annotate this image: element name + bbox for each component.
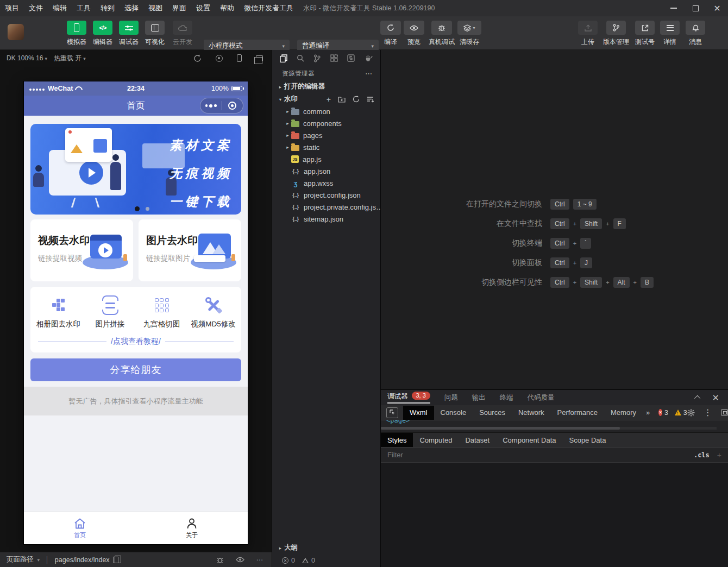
inspect-element-button[interactable] [386, 407, 398, 418]
hot-reload-select[interactable]: 热重载 开▾ [54, 54, 86, 63]
tree-item-folder[interactable]: ▸pages [272, 129, 380, 141]
tab-output[interactable]: 输出 [472, 393, 486, 402]
close-button[interactable]: ✕ [706, 0, 728, 16]
tree-item-file[interactable]: {..}app.json [272, 165, 380, 177]
record-icon[interactable] [216, 55, 223, 62]
styles-tab-scope-data[interactable]: Scope Data [562, 433, 612, 447]
menu-tools[interactable]: 工具 [72, 0, 96, 16]
warning-count-icon[interactable] [675, 410, 681, 415]
problems-summary[interactable]: ✕ 0 0 [272, 554, 381, 567]
tab-terminal[interactable]: 终端 [500, 393, 513, 402]
menu-view[interactable]: 视图 [143, 0, 167, 16]
tree-item-folder[interactable]: ▸static [272, 141, 380, 153]
collapse-all-icon[interactable] [367, 96, 374, 103]
tree-item-folder[interactable]: ▸common [272, 105, 380, 117]
tab-code-quality[interactable]: 代码质量 [528, 393, 555, 402]
tree-item-file[interactable]: JSapp.js [272, 153, 380, 165]
page-path-select[interactable]: 页面路径 ▾ [7, 555, 40, 564]
menu-settings[interactable]: 设置 [191, 0, 215, 16]
new-file-icon[interactable]: + [327, 95, 331, 104]
tutorial-link[interactable]: /点我查看教程/ [38, 337, 234, 346]
close-panel-icon[interactable]: ✕ [712, 393, 719, 403]
styles-tab-component-data[interactable]: Component Data [496, 433, 562, 447]
tab-debugger[interactable]: 调试器3, 3 [387, 392, 430, 404]
devtools-tab-console[interactable]: Console [434, 406, 473, 420]
kebab-menu-icon[interactable]: ⋮ [704, 407, 712, 418]
styles-tab-styles[interactable]: Styles [381, 433, 413, 447]
toggle-class-button[interactable]: .cls [694, 451, 710, 459]
share-button[interactable]: 分享给朋友 [30, 358, 241, 381]
horizontal-scrollbar[interactable] [381, 427, 717, 430]
video-md5-tool[interactable]: 视频MD5修改 [187, 295, 239, 329]
menu-file[interactable]: 文件 [24, 0, 48, 16]
tab-about[interactable]: 关于 [136, 512, 248, 544]
video-watermark-card[interactable]: 视频去水印 链接提取视频 [30, 219, 133, 281]
teapot-icon[interactable] [364, 55, 373, 62]
add-style-icon[interactable]: + [717, 451, 721, 459]
maximize-button[interactable] [685, 0, 706, 16]
menu-help[interactable]: 帮助 [215, 0, 239, 16]
remote-debug-button[interactable]: 真机调试 [427, 21, 456, 47]
device-select[interactable]: DK 100% 16▾ [7, 54, 47, 62]
source-control-icon[interactable] [313, 54, 321, 62]
open-editors-section[interactable]: ▸ 打开的编辑器 [272, 80, 380, 93]
upload-button[interactable]: 上传 [576, 21, 600, 47]
tab-problems[interactable]: 问题 [444, 393, 458, 402]
search-icon[interactable] [297, 54, 304, 62]
new-folder-icon[interactable] [338, 96, 346, 103]
tree-item-file[interactable]: ʒapp.wxss [272, 177, 380, 189]
styles-tab-computed[interactable]: Computed [413, 433, 459, 447]
outline-section[interactable]: ▸ 大纲 [272, 541, 381, 554]
tree-item-folder[interactable]: ▸components [272, 117, 380, 129]
minimize-button[interactable] [663, 0, 685, 16]
menu-select[interactable]: 选择 [120, 0, 143, 16]
version-control-button[interactable]: 版本管理 [601, 21, 631, 47]
project-root-section[interactable]: ▾ 水印 + [272, 93, 380, 105]
menu-edit[interactable]: 编辑 [48, 0, 72, 16]
menu-wechat-devtools[interactable]: 微信开发者工具 [239, 0, 298, 16]
styles-tab-dataset[interactable]: Dataset [459, 433, 496, 447]
filter-input[interactable]: Filter [387, 451, 403, 459]
menu-goto[interactable]: 转到 [96, 0, 120, 16]
more-menu-button[interactable] [200, 104, 222, 108]
album-watermark-tool[interactable]: 相册图去水印 [33, 295, 84, 329]
gear-icon[interactable] [687, 409, 695, 417]
error-count-icon[interactable]: ✕ [658, 409, 662, 416]
simulator-toggle[interactable]: 模拟器 [64, 21, 90, 47]
explorer-more-icon[interactable]: ⋯ [365, 70, 373, 78]
eye-icon[interactable] [236, 557, 244, 563]
dom-node-page[interactable]: <page> [386, 420, 410, 424]
cloud-dev-toggle[interactable]: 云开发 [170, 21, 196, 47]
preview-button[interactable]: 预览 [403, 21, 425, 47]
restart-icon[interactable] [193, 54, 202, 62]
device-frame-icon[interactable] [237, 54, 242, 62]
extensions-icon[interactable] [330, 54, 338, 62]
details-button[interactable]: 详情 [658, 21, 681, 47]
files-icon[interactable] [280, 54, 287, 62]
minimize-miniapp-button[interactable] [222, 102, 243, 110]
image-watermark-card[interactable]: 图片去水印 链接提取图片 [139, 219, 241, 281]
nine-grid-tool[interactable]: 九宫格切图 [136, 295, 187, 329]
tree-item-file[interactable]: {..}sitemap.json [272, 213, 380, 225]
devtools-tab-memory[interactable]: Memory [604, 406, 643, 420]
tab-home[interactable]: 首页 [24, 512, 136, 544]
bug-icon[interactable] [216, 556, 224, 564]
tree-item-file[interactable]: {..}project.private.config.js… [272, 201, 380, 213]
visualization-toggle[interactable]: 可视化 [142, 21, 168, 47]
snippets-icon[interactable] [347, 54, 355, 62]
refresh-icon[interactable] [353, 96, 360, 103]
tree-item-file[interactable]: {..}project.config.json [272, 189, 380, 201]
clear-cache-button[interactable]: ▾ 清缓存 [456, 21, 482, 47]
user-avatar[interactable] [8, 24, 24, 40]
banner-carousel[interactable]: 素材文案 无痕视频 一键下载 [30, 124, 241, 215]
devtools-tab-network[interactable]: Network [512, 406, 551, 420]
image-splice-tool[interactable]: 图片拼接 [84, 295, 136, 329]
debugger-toggle[interactable]: 调试器 [116, 21, 142, 47]
menu-interface[interactable]: 界面 [167, 0, 191, 16]
collapse-panel-icon[interactable] [694, 395, 700, 401]
devtools-tab-wxml[interactable]: Wxml [403, 406, 434, 420]
menu-project[interactable]: 项目 [0, 0, 24, 16]
multi-window-icon[interactable] [256, 55, 263, 61]
copy-icon[interactable] [113, 557, 118, 563]
wxml-tree-viewport[interactable]: <page> [381, 420, 728, 430]
